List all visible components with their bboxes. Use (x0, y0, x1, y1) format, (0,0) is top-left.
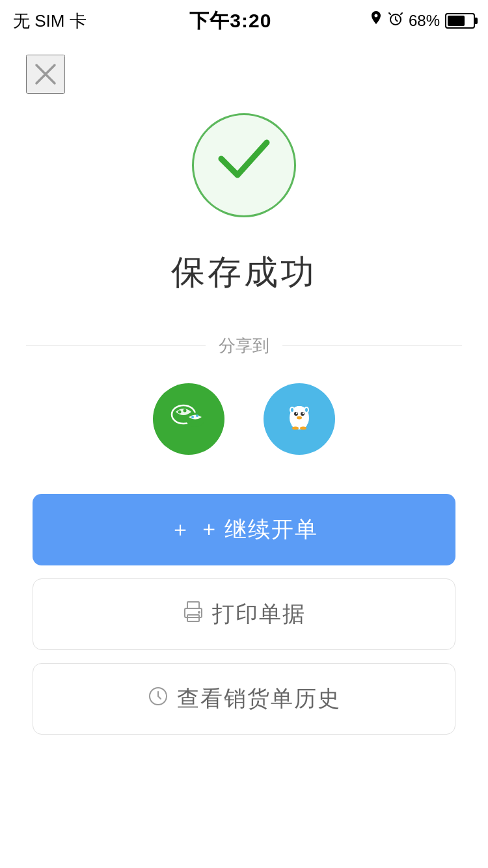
plus-icon: ＋ (170, 515, 192, 544)
share-icons-row (26, 383, 462, 455)
svg-point-15 (297, 416, 302, 420)
success-title: 保存成功 (26, 250, 462, 295)
divider-line-right (282, 346, 462, 346)
action-buttons: ＋ + 继续开单 打印单据 查看销货单历 (26, 494, 462, 735)
alarm-icon (388, 11, 403, 31)
status-left: 无 SIM 卡 (13, 10, 92, 33)
status-bar: 无 SIM 卡 下午3:20 68% (0, 0, 488, 42)
svg-point-5 (178, 410, 182, 413)
svg-point-17 (292, 427, 299, 430)
svg-point-7 (191, 416, 194, 418)
wechat-share-button[interactable] (153, 383, 224, 455)
svg-point-14 (303, 413, 304, 414)
svg-rect-23 (187, 602, 199, 608)
svg-point-21 (291, 408, 293, 412)
battery-icon (445, 13, 475, 29)
svg-point-8 (196, 414, 198, 417)
main-content: 保存成功 分享到 (0, 42, 488, 748)
svg-point-26 (198, 611, 200, 614)
status-right: 68% (370, 11, 475, 31)
svg-point-11 (294, 412, 298, 416)
svg-point-18 (300, 427, 306, 430)
close-button[interactable] (26, 55, 65, 94)
history-label: 查看销货单历史 (177, 684, 341, 714)
svg-point-12 (301, 412, 305, 416)
svg-point-6 (183, 409, 187, 412)
clock-icon (147, 685, 169, 712)
time-display: 下午3:20 (189, 8, 271, 34)
svg-point-22 (305, 408, 308, 412)
checkmark-icon (215, 133, 273, 193)
history-button[interactable]: 查看销货单历史 (33, 663, 455, 735)
print-button[interactable]: 打印单据 (33, 578, 455, 650)
share-label: 分享到 (219, 334, 269, 357)
battery-percentage: 68% (409, 12, 440, 30)
success-icon-container (26, 113, 462, 217)
svg-point-13 (296, 413, 297, 414)
continue-button[interactable]: ＋ + 继续开单 (33, 494, 455, 565)
divider-line-left (26, 346, 206, 346)
svg-point-4 (186, 413, 204, 427)
qq-share-button[interactable] (264, 383, 335, 455)
continue-label: + 继续开单 (202, 515, 318, 545)
success-circle (192, 113, 296, 217)
carrier-label: 无 SIM 卡 (13, 10, 87, 33)
share-divider: 分享到 (26, 334, 462, 357)
print-label: 打印单据 (212, 599, 306, 629)
location-icon (370, 11, 383, 31)
printer-icon (182, 601, 204, 628)
